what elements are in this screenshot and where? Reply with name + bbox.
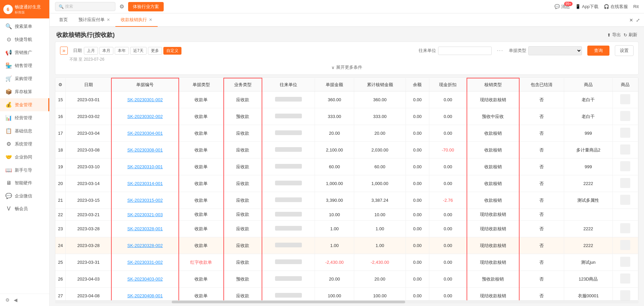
- tab-pending[interactable]: 预计应应付单 ✕: [73, 13, 115, 27]
- sidebar-item-enterprise[interactable]: 🤝 企业协同: [0, 150, 49, 164]
- th-goods-img: 商品: [612, 78, 638, 91]
- cell-discount: -2.76: [429, 192, 467, 209]
- cell-goods-img: [612, 209, 638, 221]
- cell-doc-no[interactable]: SK-20230328-001: [111, 221, 178, 237]
- th-write-off-type: 核销类型: [467, 78, 519, 91]
- th-date: 日期: [66, 78, 111, 91]
- cell-doc-no[interactable]: SK-20230304-001: [111, 125, 178, 142]
- cell-doc-no[interactable]: SK-20230403-002: [111, 271, 178, 288]
- export-button[interactable]: ⬆ 导出: [607, 32, 621, 38]
- cell-doc-no[interactable]: SK-20230315-002: [111, 192, 178, 209]
- cell-settled: 否: [519, 125, 564, 142]
- partner-input[interactable]: [438, 47, 492, 55]
- sidebar-item-basic[interactable]: 📋 基础信息: [0, 124, 49, 137]
- cell-date: 2023-03-01: [66, 91, 111, 108]
- cell-amount: 20.00: [315, 271, 354, 288]
- th-amount: 单据金额: [315, 78, 354, 91]
- query-button[interactable]: 查询: [587, 46, 609, 56]
- expand-tab-icon[interactable]: ⤢: [636, 17, 640, 23]
- app-download-item[interactable]: 📱 App下载: [575, 4, 598, 10]
- sidebar-icon-wechat: 💬: [5, 193, 12, 199]
- settings-icon[interactable]: ⚙: [5, 297, 10, 303]
- cell-doc-no[interactable]: SK-20230321-003: [111, 209, 178, 221]
- sidebar-item-purchase[interactable]: 🛒 采购管理: [0, 72, 49, 85]
- cell-doc-no[interactable]: SK-20230310-001: [111, 159, 178, 175]
- sidebar-item-member[interactable]: V 畅会员: [0, 202, 49, 215]
- more-btn[interactable]: 更多: [148, 47, 162, 55]
- sidebar-item-search[interactable]: 🔍 搜索菜单: [0, 20, 49, 33]
- cell-goods: 123D商品: [564, 271, 612, 288]
- cell-goods: 衣服00001: [564, 288, 612, 301]
- cell-doc-no[interactable]: SK-20230302-002: [111, 108, 178, 125]
- search-bar[interactable]: 🔍 搜索: [55, 2, 115, 11]
- cell-settled: 否: [519, 159, 564, 175]
- cell-discount: 0.00: [429, 209, 467, 221]
- tab-collection[interactable]: 收款核销执行 ✕: [115, 13, 158, 27]
- user-item[interactable]: Rit: [633, 4, 639, 9]
- receipt-type-select[interactable]: [528, 46, 582, 55]
- service-item[interactable]: 🎧 在线客服: [604, 4, 628, 10]
- cell-write-off-type: 收款核销: [467, 175, 519, 192]
- this-year-btn[interactable]: 本年: [115, 47, 129, 55]
- cell-doc-no[interactable]: SK-20230331-002: [111, 254, 178, 271]
- cell-doc-type: 收款单: [179, 159, 224, 175]
- cell-write-off-type: 现结收款核销: [467, 209, 519, 221]
- sidebar-item-operation[interactable]: 📊 经营管理: [0, 111, 49, 124]
- sidebar-item-hardware[interactable]: 🖥 智能硬件: [0, 177, 49, 189]
- th-settings[interactable]: ⚙: [55, 78, 66, 91]
- cell-date: 2023-03-04: [66, 125, 111, 142]
- cell-balance: 0.00: [406, 91, 429, 108]
- tab-home[interactable]: 首页: [54, 13, 73, 27]
- cell-write-off: 20.00: [354, 271, 406, 288]
- cell-goods: 999: [564, 159, 612, 175]
- filter-toggle[interactable]: »: [60, 47, 68, 55]
- cell-write-off-type: 预收中应收: [467, 108, 519, 125]
- sidebar-item-finance[interactable]: 💰 资金管理: [0, 98, 49, 111]
- logo: 6 畅捷通好生意 标推版: [0, 0, 49, 18]
- gear-icon[interactable]: ⚙: [119, 3, 124, 10]
- cell-date: 2023-04-03: [66, 271, 111, 288]
- sidebar-icon-guide: 📖: [5, 167, 12, 173]
- cell-doc-no[interactable]: SK-20230308-001: [111, 142, 178, 159]
- sidebar-icon-operation: 📊: [5, 115, 12, 121]
- cell-write-off-type: 收款核销: [467, 125, 519, 142]
- close-tab-icon[interactable]: ✕: [629, 17, 633, 23]
- sidebar-icon-inventory: 📦: [5, 88, 12, 95]
- cell-doc-no[interactable]: SK-20230301-002: [111, 91, 178, 108]
- cell-write-off: 333.00: [354, 108, 406, 125]
- solution-button[interactable]: 体验行业方案: [128, 2, 164, 11]
- sidebar-item-inventory[interactable]: 📦 库存核算: [0, 85, 49, 98]
- tab-collection-close[interactable]: ✕: [149, 17, 152, 22]
- table-body: 15 2023-03-01 SK-20230301-002 收款单 应收款 36…: [55, 91, 638, 301]
- last-7days-btn[interactable]: 近7天: [130, 47, 147, 55]
- table-row: 18 2023-03-08 SK-20230308-001 收款单 应收款 2,…: [55, 142, 638, 159]
- custom-btn[interactable]: 自定义: [163, 47, 181, 55]
- sidebar-item-marketing[interactable]: 📢 营销推广: [0, 46, 49, 59]
- logo-icon: 6: [3, 5, 13, 14]
- cell-biz-type: 应收款: [224, 288, 262, 301]
- collapse-icon[interactable]: ◀: [14, 297, 17, 303]
- settings-button[interactable]: 设置: [615, 45, 634, 56]
- cell-doc-no[interactable]: SK-20230314-001: [111, 175, 178, 192]
- last-month-btn[interactable]: 上月: [84, 47, 98, 55]
- cell-goods: 999: [564, 125, 612, 142]
- horizontal-scrollbar[interactable]: [55, 301, 639, 303]
- sidebar-nav: 🔍 搜索菜单⊙ 快捷导航📢 营销推广🏪 销售管理🛒 采购管理📦 库存核算💰 资金…: [0, 18, 49, 294]
- sidebar: 6 畅捷通好生意 标推版 🔍 搜索菜单⊙ 快捷导航📢 营销推广🏪 销售管理🛒 采…: [0, 0, 50, 306]
- table-row: 15 2023-03-01 SK-20230301-002 收款单 应收款 36…: [55, 91, 638, 108]
- message-item[interactable]: 💬 消息 99+: [554, 4, 570, 10]
- sidebar-item-quick[interactable]: ⊙ 快捷导航: [0, 33, 49, 46]
- sidebar-item-guide[interactable]: 📖 新手引导: [0, 164, 49, 177]
- cell-doc-no[interactable]: SK-20230328-002: [111, 237, 178, 254]
- expand-button[interactable]: ∨ 展开更多条件: [331, 64, 362, 70]
- cell-doc-no[interactable]: SK-20230408-001: [111, 288, 178, 301]
- tab-pending-close[interactable]: ✕: [107, 17, 110, 22]
- table-row: 24 2023-03-28 SK-20230328-002 收款单 应收款 1.…: [55, 237, 638, 254]
- sidebar-item-system[interactable]: ⚙ 系统管理: [0, 137, 49, 150]
- this-month-btn[interactable]: 本月: [99, 47, 113, 55]
- filter-dots[interactable]: ···: [497, 48, 503, 54]
- sidebar-item-wechat[interactable]: 💬 企业微信: [0, 189, 49, 202]
- refresh-button[interactable]: ↻ 刷新: [624, 32, 637, 38]
- sidebar-item-sales[interactable]: 🏪 销售管理: [0, 59, 49, 72]
- cell-seq: 27: [55, 288, 66, 301]
